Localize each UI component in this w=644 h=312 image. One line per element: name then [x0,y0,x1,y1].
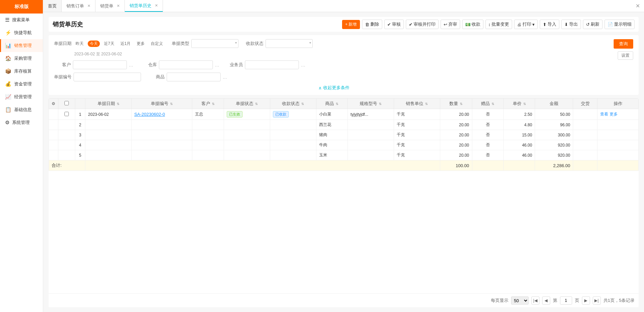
doc-no-link[interactable]: SA-20230602-0 [134,112,165,117]
sidebar-item-system[interactable]: ⚙ 系统管理 [0,116,43,129]
th-goods[interactable]: 商品⇅ [316,99,347,109]
th-checkbox[interactable] [58,99,75,109]
import-button[interactable]: ⬆ 导入 [540,20,559,29]
tab-sales-history-close[interactable]: ✕ [155,3,158,8]
filter-row-1: 单据日期 昨天 今天 近7天 近1月 更多 自定义 单据类型 [54,39,614,48]
audit-button[interactable]: ✔ 审核 [384,20,404,29]
audit-print-label: 审核并打印 [414,21,436,27]
goods-picker[interactable]: … [223,75,227,80]
th-doc-no-label: 单据编号 [151,101,168,107]
first-page-button[interactable]: |◀ [531,296,539,305]
sidebar-item-purchase[interactable]: 🏠 采购管理 [0,52,43,65]
total-gift-empty [472,160,503,171]
purchase-icon: 🏠 [5,55,11,61]
abandon-label: 弃审 [448,21,457,27]
th-customer[interactable]: 客户⇅ [192,99,224,109]
date-label: 单据日期 [54,41,72,47]
date-btn-1month[interactable]: 近1月 [118,41,133,47]
page-number-input[interactable] [560,296,572,305]
customer-input[interactable] [73,60,127,69]
close-all-tabs[interactable]: ✕ [632,3,644,9]
last-page-button[interactable]: ▶| [593,296,601,305]
next-page-button[interactable]: ▶ [582,296,590,305]
date-btn-today[interactable]: 今天 [88,41,100,47]
view-op-button[interactable]: 查看 [600,112,608,116]
content-area: 销货单历史 + 新增 🗑 删除 ✔ 审核 ✔ 审核并打印 ↩ 弃审 [43,12,644,312]
filter-row-3: 单据编号 商品 … [54,73,614,81]
th-price[interactable]: 单价⇅ [503,99,535,109]
select-all-checkbox[interactable] [64,101,69,105]
customer-picker[interactable]: … [129,62,133,68]
date-btn-custom[interactable]: 自定义 [149,41,165,47]
sidebar-item-operation[interactable]: 📈 经营管理 [0,90,43,103]
export-button[interactable]: ⬇ 导出 [561,20,581,29]
th-collect-status-label: 收款状态 [282,101,300,107]
total-label-cell: 合计: [49,160,85,171]
print-button[interactable]: 🖨 打印 ▾ [514,20,538,29]
collect-status-select[interactable] [265,39,313,48]
collapse-button[interactable]: ∧ 收起更多条件 [54,85,614,91]
page-title: 销货单历史 [53,20,83,28]
new-button[interactable]: + 新增 [342,20,360,29]
sidebar-item-quicknav[interactable]: ⚡ 快捷导航 [0,26,43,39]
th-unit-label: 销售单位 [406,101,423,107]
tab-sales-order-close[interactable]: ✕ [87,4,90,8]
filter-goods: 商品 … [148,73,227,81]
sidebar-item-inventory[interactable]: 📦 库存核算 [0,65,43,78]
th-date[interactable]: 单据日期⇅ [85,99,132,109]
th-spec[interactable]: 规格型号⇅ [348,99,394,109]
prev-page-button[interactable]: ◀ [542,296,550,305]
sidebar-item-sales[interactable]: 📊 销售管理 [0,39,43,52]
refresh-button[interactable]: ↺ 刷新 [583,20,603,29]
tab-sales-order[interactable]: 销售订单 ✕ [62,0,95,12]
goods-input[interactable] [167,73,221,81]
th-unit[interactable]: 销售单位⇅ [394,99,440,109]
th-doc-status[interactable]: 单据状态⇅ [224,99,270,109]
search-icon: ☰ [5,17,9,23]
audit-print-button[interactable]: ✔ 审核并打印 [406,20,439,29]
batch-change-label: 批量变更 [492,21,509,27]
filter-warehouse: 仓库 … [140,60,219,69]
warehouse-picker[interactable]: … [215,62,219,68]
tab-sales-history[interactable]: 销货单历史 ✕ [125,0,163,12]
table-row: 2西兰花千克20.00否4.8096.00 [49,120,639,130]
tab-sales-delivery-close[interactable]: ✕ [117,4,120,8]
tab-sales-delivery[interactable]: 销货单 ✕ [95,0,125,12]
sidebar-item-finance[interactable]: 💰 资金管理 [0,78,43,90]
th-settings[interactable]: ⚙ [49,99,58,109]
date-btn-yesterday[interactable]: 昨天 [74,41,86,47]
print-label: 打印 [523,21,531,27]
sidebar-item-basic[interactable]: 📋 基础信息 [0,103,43,116]
page-suffix: 页 [575,297,579,304]
per-page-select[interactable]: 50 100 [511,296,529,305]
th-collect-status[interactable]: 收款状态⇅ [270,99,316,109]
batch-change-button[interactable]: ↕ 批量变更 [485,20,512,29]
goods-label: 商品 [148,74,165,80]
date-btn-7days[interactable]: 近7天 [102,41,116,47]
more-op-button[interactable]: 更多 [610,112,618,116]
date-btn-more[interactable]: 更多 [135,41,147,47]
salesman-input[interactable] [245,60,299,69]
delete-button[interactable]: 🗑 删除 [362,20,382,29]
salesman-picker[interactable]: … [301,62,305,68]
collect-button[interactable]: 💵 收款 [462,20,483,29]
finance-icon: 💰 [5,81,11,87]
doc-no-input[interactable] [74,73,141,81]
show-detail-button[interactable]: 📄 显示明细 [605,20,635,29]
th-spec-label: 规格型号 [360,101,377,107]
th-doc-no[interactable]: 单据编号⇅ [131,99,192,109]
tab-home[interactable]: 首页 [43,0,62,12]
th-qty[interactable]: 数量⇅ [440,99,472,109]
abandon-button[interactable]: ↩ 弃审 [441,20,460,29]
sidebar-item-search[interactable]: ☰ 搜索菜单 [0,14,43,26]
th-trade: 交货 [573,99,597,109]
th-gift[interactable]: 赠品⇅ [472,99,503,109]
warehouse-label: 仓库 [140,62,157,68]
doc-status-badge: 已生效 [227,111,243,118]
filter-doc-no: 单据编号 [54,73,141,81]
doc-type-select[interactable] [191,39,239,48]
query-button[interactable]: 查询 [614,39,633,49]
warehouse-input[interactable] [159,60,213,69]
sort-collectstatus-icon: ⇅ [301,102,304,106]
settings-button[interactable]: 设置 [618,51,633,60]
